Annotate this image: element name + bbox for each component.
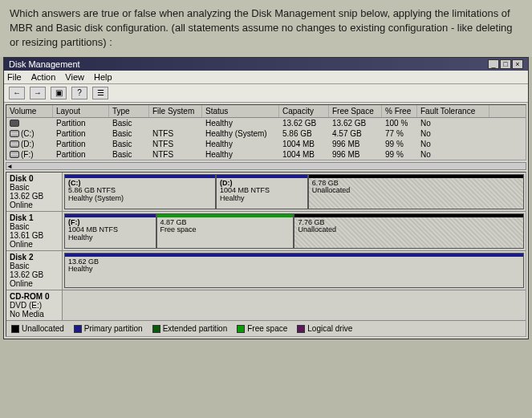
disk-row: Disk 1Basic13.61 GBOnline(F:)1004 MB NTF… bbox=[6, 212, 526, 251]
volume-icon bbox=[10, 130, 19, 137]
legend-free: Free space bbox=[247, 324, 287, 333]
volume-row[interactable]: PartitionBasicHealthy13.62 GB13.62 GB100… bbox=[6, 118, 526, 128]
disk-graphical-view: Disk 0Basic13.62 GBOnline(C:)5.86 GB NTF… bbox=[6, 172, 526, 337]
partition[interactable]: (D:)1004 MB NTFSHealthy bbox=[216, 174, 308, 209]
partition[interactable]: 4.87 GBFree space bbox=[156, 213, 294, 249]
volume-icon bbox=[10, 151, 19, 158]
disk-map: 13.62 GBHealthy bbox=[63, 251, 526, 290]
partition[interactable]: (C:)5.86 GB NTFSHealthy (System) bbox=[64, 174, 216, 209]
disk-map bbox=[63, 290, 526, 320]
titlebar: Disk Management _ □ × bbox=[4, 58, 528, 71]
legend-logical-icon bbox=[297, 325, 305, 333]
volume-row[interactable]: (F:)PartitionBasicNTFSHealthy1004 MB996 … bbox=[6, 149, 526, 160]
disk-label[interactable]: Disk 0Basic13.62 GBOnline bbox=[6, 172, 63, 211]
legend-free-icon bbox=[237, 325, 245, 333]
forward-button[interactable]: → bbox=[30, 87, 46, 99]
minimize-button[interactable]: _ bbox=[488, 59, 499, 69]
partition[interactable]: 13.62 GBHealthy bbox=[64, 253, 524, 288]
volume-icon bbox=[10, 120, 19, 127]
legend-unallocated: Unallocated bbox=[22, 324, 64, 333]
disk-row: Disk 2Basic13.62 GBOnline13.62 GBHealthy bbox=[6, 251, 526, 290]
col-status[interactable]: Status bbox=[202, 105, 279, 117]
disk-label[interactable]: Disk 1Basic13.61 GBOnline bbox=[6, 212, 63, 250]
col-percent-free[interactable]: % Free bbox=[382, 105, 417, 117]
partition[interactable]: 6.78 GBUnallocated bbox=[308, 174, 524, 209]
menu-action[interactable]: Action bbox=[31, 72, 56, 82]
menubar: File Action View Help bbox=[4, 71, 528, 84]
legend-primary-icon bbox=[74, 325, 82, 333]
col-layout[interactable]: Layout bbox=[53, 105, 109, 117]
volume-list: Volume Layout Type File System Status Ca… bbox=[6, 104, 526, 160]
col-type[interactable]: Type bbox=[109, 105, 149, 117]
col-capacity[interactable]: Capacity bbox=[279, 105, 329, 117]
volume-row[interactable]: (D:)PartitionBasicNTFSHealthy1004 MB996 … bbox=[6, 139, 526, 149]
horizontal-scrollbar[interactable] bbox=[6, 162, 526, 170]
partition[interactable]: 7.76 GBUnallocated bbox=[294, 213, 524, 249]
menu-file[interactable]: File bbox=[7, 72, 22, 82]
disk-map: (C:)5.86 GB NTFSHealthy (System)(D:)1004… bbox=[63, 172, 526, 211]
toolbar-button-3[interactable]: ☰ bbox=[92, 87, 108, 99]
back-button[interactable]: ← bbox=[9, 87, 25, 99]
disk-label[interactable]: Disk 2Basic13.62 GBOnline bbox=[6, 251, 63, 290]
col-free-space[interactable]: Free Space bbox=[329, 105, 382, 117]
menu-view[interactable]: View bbox=[65, 72, 84, 82]
col-filesystem[interactable]: File System bbox=[149, 105, 202, 117]
legend-unallocated-icon bbox=[11, 325, 19, 333]
legend-primary: Primary partition bbox=[84, 324, 143, 333]
toolbar-button-2[interactable]: ? bbox=[71, 87, 87, 99]
disk-row: CD-ROM 0DVD (E:)No Media bbox=[6, 290, 526, 321]
toolbar: ← → ▣ ? ☰ bbox=[4, 84, 528, 103]
toolbar-button-1[interactable]: ▣ bbox=[51, 87, 67, 99]
volume-row[interactable]: (C:)PartitionBasicNTFSHealthy (System)5.… bbox=[6, 128, 526, 139]
legend: Unallocated Primary partition Extended p… bbox=[6, 321, 526, 336]
legend-logical: Logical drive bbox=[307, 324, 352, 333]
question-text: Which answers are true or false when ana… bbox=[0, 0, 532, 57]
disk-label[interactable]: CD-ROM 0DVD (E:)No Media bbox=[6, 290, 63, 320]
legend-extended: Extended partition bbox=[163, 324, 228, 333]
disk-row: Disk 0Basic13.62 GBOnline(C:)5.86 GB NTF… bbox=[6, 172, 526, 212]
close-button[interactable]: × bbox=[512, 59, 523, 69]
partition[interactable]: (F:)1004 MB NTFSHealthy bbox=[64, 213, 156, 249]
maximize-button[interactable]: □ bbox=[500, 59, 511, 69]
menu-help[interactable]: Help bbox=[94, 72, 112, 82]
col-volume[interactable]: Volume bbox=[6, 105, 53, 117]
disk-map: (F:)1004 MB NTFSHealthy4.87 GBFree space… bbox=[63, 212, 526, 250]
col-fault-tolerance[interactable]: Fault Tolerance bbox=[417, 105, 489, 117]
volume-icon bbox=[10, 140, 19, 148]
volume-list-header: Volume Layout Type File System Status Ca… bbox=[6, 105, 526, 118]
disk-management-window: Disk Management _ □ × File Action View H… bbox=[3, 57, 529, 339]
legend-extended-icon bbox=[152, 325, 160, 333]
window-title: Disk Management bbox=[9, 59, 80, 69]
